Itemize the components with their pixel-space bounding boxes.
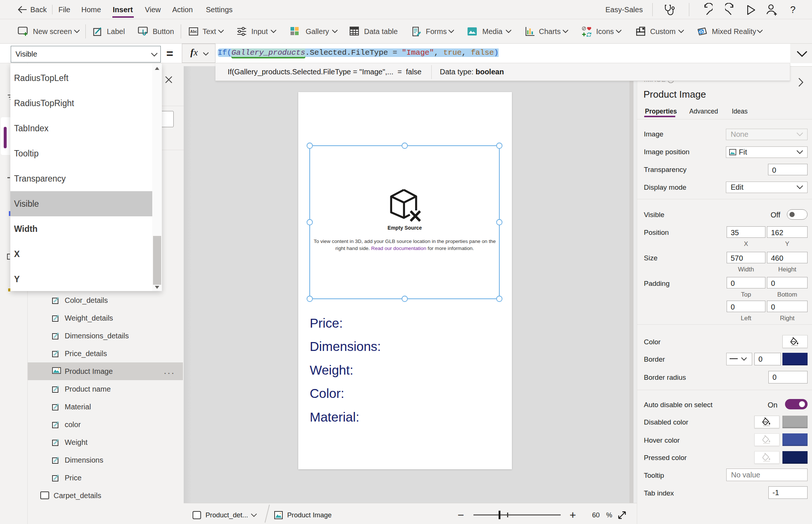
- svg-text:Abc: Abc: [190, 30, 197, 34]
